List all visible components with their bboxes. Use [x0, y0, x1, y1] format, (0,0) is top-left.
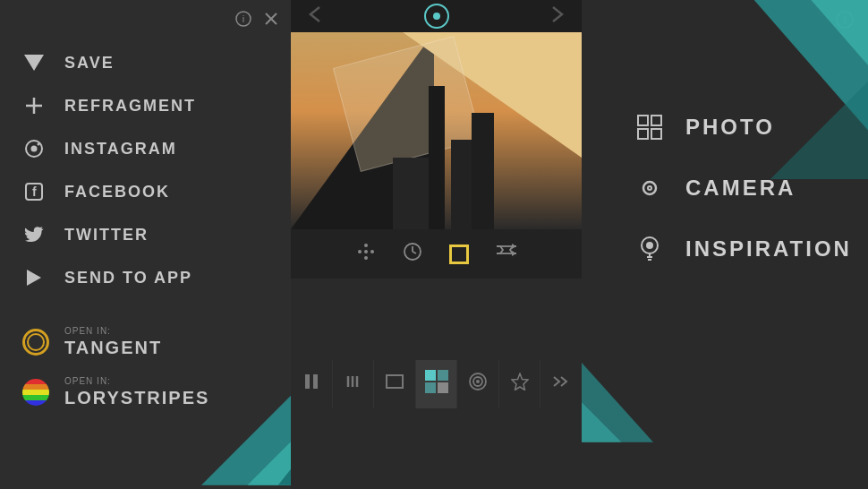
save-label: SAVE	[64, 54, 115, 73]
save-icon	[21, 50, 47, 75]
svg-text:i: i	[243, 13, 244, 24]
active-tab-icon	[424, 369, 449, 399]
menu-item-send-to-app[interactable]: SEND TO APP	[0, 256, 291, 299]
send-to-app-label: SEND TO APP	[64, 269, 192, 287]
prev-arrow[interactable]	[309, 5, 321, 28]
svg-rect-48	[651, 129, 661, 139]
svg-point-11	[31, 146, 38, 152]
camera-icon	[635, 174, 664, 202]
svg-rect-32	[425, 370, 436, 381]
photo-grid-icon	[635, 113, 664, 142]
bottom-tabs	[291, 279, 582, 489]
info-icon-right[interactable]: i	[836, 11, 854, 32]
center-logo	[424, 4, 449, 29]
svg-point-38	[476, 380, 480, 383]
tab-star[interactable]	[499, 360, 541, 408]
svg-marker-1	[247, 424, 291, 485]
right-top-bar: i	[582, 0, 868, 43]
tab-chevrons[interactable]	[540, 360, 582, 408]
svg-marker-7	[24, 55, 44, 71]
building-3	[472, 113, 494, 229]
right-menu-inspiration[interactable]: INSPIRATION	[635, 219, 832, 279]
svg-point-17	[364, 244, 368, 247]
teal-decoration-right-bottom	[582, 337, 653, 444]
refragment-icon	[21, 93, 47, 118]
tab-rect[interactable]	[374, 360, 416, 408]
shuffle-control[interactable]	[496, 244, 517, 264]
pause-icon	[304, 373, 319, 394]
instagram-label: INSTAGRAM	[64, 140, 177, 159]
svg-point-51	[649, 187, 651, 189]
tab-lines[interactable]	[333, 360, 375, 408]
svg-point-18	[364, 256, 368, 260]
center-controls	[291, 229, 582, 279]
square-control[interactable]	[449, 244, 469, 264]
left-panel-header: i	[0, 0, 291, 41]
facebook-label: FACEBOOK	[64, 183, 170, 202]
tab-pause[interactable]	[291, 360, 333, 408]
svg-marker-58	[582, 402, 621, 442]
svg-marker-39	[512, 373, 528, 390]
open-in-lorystripes[interactable]: OPEN IN: LORYSTRIPES	[0, 367, 291, 417]
clock-control[interactable]	[403, 242, 422, 266]
svg-point-20	[370, 250, 374, 253]
lorystripes-title: LORYSTRIPES	[64, 388, 209, 408]
photo-display	[291, 32, 582, 229]
tangent-icon	[21, 328, 50, 356]
open-in-tangent[interactable]: OPEN IN: TANGENT	[0, 317, 291, 367]
camera-label: CAMERA	[685, 176, 796, 201]
tangent-open-in-label: OPEN IN:	[64, 326, 162, 336]
twitter-icon	[21, 222, 47, 247]
star-icon	[511, 373, 529, 395]
lorystripes-open-in-label: OPEN IN:	[64, 376, 209, 386]
svg-rect-31	[387, 375, 403, 388]
right-menu-camera[interactable]: CAMERA	[635, 158, 832, 219]
inspiration-bulb-icon	[635, 235, 664, 263]
svg-point-19	[358, 250, 362, 253]
svg-rect-33	[438, 370, 448, 381]
facebook-icon: f	[21, 179, 47, 204]
center-top-bar	[291, 0, 582, 32]
center-panel	[291, 0, 582, 489]
svg-line-23	[413, 252, 416, 253]
target-icon	[469, 373, 487, 395]
menu-item-save[interactable]: SAVE	[0, 41, 291, 84]
menu-item-facebook[interactable]: f FACEBOOK	[0, 170, 291, 213]
refragment-label: REFRAGMENT	[64, 97, 196, 116]
info-icon[interactable]: i	[235, 11, 251, 30]
instagram-icon	[21, 136, 47, 161]
svg-text:f: f	[32, 184, 37, 199]
svg-rect-27	[313, 374, 318, 389]
svg-marker-2	[278, 447, 291, 485]
tab-active[interactable]	[416, 360, 458, 408]
right-menu-photo[interactable]: PHOTO	[635, 97, 832, 158]
twitter-label: TWITTER	[64, 226, 149, 244]
svg-point-12	[38, 143, 40, 146]
rect-icon	[386, 374, 404, 393]
svg-marker-15	[27, 270, 41, 286]
tab-target[interactable]	[457, 360, 499, 408]
right-panel: i PHOTO CAME	[582, 0, 868, 489]
move-control[interactable]	[356, 242, 376, 266]
building-1	[429, 86, 445, 229]
building-4	[393, 158, 429, 229]
send-to-app-icon	[21, 265, 47, 290]
right-menu-items: PHOTO CAMERA I	[582, 43, 868, 279]
svg-point-16	[364, 250, 368, 253]
svg-rect-47	[638, 129, 648, 139]
left-panel: i SAVE REFRAGMENT	[0, 0, 291, 489]
next-arrow[interactable]	[551, 5, 564, 28]
svg-rect-35	[438, 382, 448, 393]
lines-icon	[345, 373, 360, 394]
inspiration-label: INSPIRATION	[685, 236, 852, 262]
svg-rect-26	[305, 374, 310, 389]
menu-item-twitter[interactable]: TWITTER	[0, 213, 291, 256]
svg-point-56	[646, 242, 653, 249]
lorystripes-icon	[21, 378, 50, 407]
menu-item-instagram[interactable]: INSTAGRAM	[0, 127, 291, 170]
tangent-title: TANGENT	[64, 338, 162, 358]
svg-text:i: i	[844, 14, 847, 27]
close-icon[interactable]	[264, 12, 278, 30]
svg-rect-46	[651, 116, 661, 125]
menu-item-refragment[interactable]: REFRAGMENT	[0, 84, 291, 127]
